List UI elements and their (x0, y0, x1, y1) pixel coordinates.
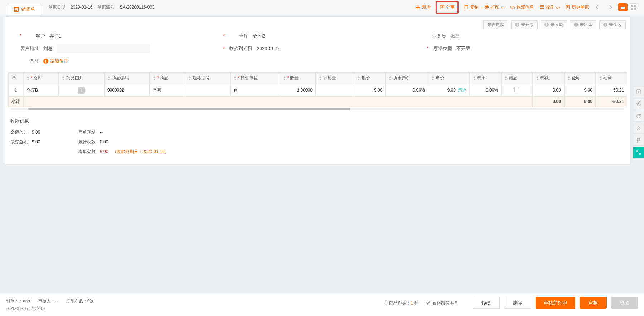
cell-image[interactable]: b (59, 84, 104, 96)
cell-tax-rate[interactable]: 0.00% (470, 84, 501, 96)
rail-flag-button[interactable] (633, 135, 644, 146)
collect-button[interactable]: 收款 (611, 297, 638, 309)
card-view-button[interactable] (629, 3, 638, 11)
cell-amount[interactable]: 9.00 (564, 84, 596, 96)
col-gift[interactable]: 赠品 (501, 72, 533, 84)
cell-unit[interactable]: 台 (231, 84, 280, 96)
list-view-button[interactable] (618, 3, 628, 11)
doc-type-label: 销货单 (21, 6, 35, 13)
cell-gross[interactable]: -59.21 (596, 84, 627, 96)
col-amount[interactable]: 金额 (564, 72, 596, 84)
doc-number-value: SA-20200116-003 (120, 4, 154, 10)
col-qty[interactable]: *数量 (280, 72, 316, 84)
chevron-down-icon (501, 5, 504, 9)
column-settings[interactable] (8, 72, 23, 84)
price-history-link[interactable]: 历史 (458, 88, 466, 93)
rail-expand-button[interactable] (633, 147, 644, 158)
logistics-button[interactable]: 物流信息 (509, 3, 534, 12)
cell-available[interactable] (316, 84, 354, 96)
payment-title: 收款信息 (10, 118, 625, 124)
next-doc-button[interactable] (606, 3, 614, 11)
cell-product[interactable]: 香蕉 (150, 84, 185, 96)
chevron-down-icon (556, 5, 560, 9)
table-h-scrollbar[interactable] (8, 107, 627, 111)
col-gross[interactable]: 毛利 (596, 72, 627, 84)
pay-cash: 同单现结-- (78, 129, 171, 135)
col-spec[interactable]: 规格型号 (185, 72, 231, 84)
svg-rect-9 (542, 5, 544, 7)
audit-button[interactable]: 审核 (580, 297, 607, 309)
field-salesman[interactable]: 业务员张三 (427, 33, 616, 39)
col-tax-rate[interactable]: 税率 (470, 72, 501, 84)
operate-button[interactable]: 操作 (539, 3, 560, 12)
doc-type-tab[interactable]: 销货单 (8, 4, 41, 15)
svg-rect-1 (465, 6, 468, 9)
col-available[interactable]: 可用量 (316, 72, 354, 84)
copyright-icon (384, 300, 388, 305)
field-customer-address[interactable]: 客户地址刘总 (20, 44, 209, 53)
cell-code[interactable]: 0000002 (104, 84, 150, 96)
share-button[interactable]: 分享 (436, 1, 459, 14)
status-not-collected[interactable]: 未收款 (541, 20, 567, 29)
col-unit[interactable]: *销售单位 (231, 72, 280, 84)
col-product[interactable]: *商品 (150, 72, 185, 84)
cell-tax-amount[interactable]: 0.00 (533, 84, 564, 96)
col-code[interactable]: 商品编码 (104, 72, 150, 84)
header-form: *客户客户1 *仓库仓库B 业务员张三 客户地址刘总 *收款到期日2020-01… (5, 31, 630, 64)
product-image-icon: b (78, 87, 85, 94)
svg-rect-8 (540, 5, 542, 7)
field-remark: 备注 添加备注 (20, 58, 209, 64)
status-not-invoiced[interactable]: 未开票 (511, 20, 538, 29)
col-quote[interactable]: 报价 (354, 72, 386, 84)
history-button[interactable]: 历史单据 (565, 3, 590, 12)
col-discount-rate[interactable]: 折率(%) (386, 72, 428, 84)
rail-refresh-button[interactable] (633, 111, 644, 122)
cell-warehouse[interactable]: 仓库B (23, 84, 59, 96)
info-icon (515, 23, 519, 27)
rail-note-button[interactable] (633, 87, 644, 97)
field-customer[interactable]: *客户客户1 (20, 33, 209, 39)
row-index: 1 (8, 84, 23, 96)
svg-rect-3 (486, 5, 488, 7)
cell-qty[interactable]: 1.00000 (280, 84, 316, 96)
cell-spec[interactable] (185, 84, 231, 96)
print-button[interactable]: 打印 (484, 3, 505, 12)
field-due-date[interactable]: *收款到期日2020-01-16 (223, 44, 412, 53)
col-price[interactable]: 单价 (428, 72, 470, 84)
table-row[interactable]: 1 仓库B b 0000002 香蕉 台 1.00000 9.00 0.00% … (8, 84, 627, 96)
col-tax-amount[interactable]: 税额 (533, 72, 564, 84)
status-from-pc[interactable]: 来自电脑 (483, 20, 508, 29)
payment-section: 收款信息 金额合计9.00 同单现结-- 成交金额9.00 累计收款0.00 本… (5, 111, 630, 165)
cell-quote[interactable]: 9.00 (354, 84, 386, 96)
doc-number-label: 单据编号 (97, 4, 115, 10)
rail-user-button[interactable] (633, 123, 644, 134)
col-warehouse[interactable]: *仓库 (23, 72, 59, 84)
col-image[interactable]: 商品图片 (59, 72, 104, 84)
footer-timestamp: 2020-01-16 14:32:07 (6, 306, 94, 312)
price-follow-checkbox[interactable]: 价格跟踪本单 (426, 300, 458, 306)
address-blank (57, 44, 150, 53)
cell-price[interactable]: 9.00历史 (428, 84, 470, 96)
gear-icon (11, 75, 16, 80)
add-button[interactable]: 新增 (415, 3, 431, 12)
subtotal-amount: 9.00 (564, 96, 596, 107)
modify-button[interactable]: 修改 (473, 297, 500, 309)
field-invoice-type[interactable]: *票据类型不开票 (427, 44, 616, 53)
copy-button[interactable]: 复制 (463, 3, 479, 12)
delete-button[interactable]: 删除 (504, 297, 531, 309)
pay-due: 本单欠款9.00（收款到期日：2020-01-16） (78, 149, 171, 155)
gift-checkbox[interactable] (514, 87, 519, 92)
cell-discount-rate[interactable]: 0.00% (386, 84, 428, 96)
status-not-effective[interactable]: 未生效 (599, 20, 626, 29)
subtotal-tax: 0.00 (533, 96, 564, 107)
view-toggle (618, 3, 638, 11)
field-warehouse[interactable]: *仓库仓库B (223, 33, 412, 39)
right-rail (633, 19, 644, 158)
svg-rect-5 (510, 6, 513, 8)
add-remark-link[interactable]: 添加备注 (43, 58, 68, 64)
prev-doc-button[interactable] (594, 3, 602, 11)
cell-gift[interactable] (501, 84, 533, 96)
audit-and-print-button[interactable]: 审核并打印 (536, 297, 575, 309)
status-not-out[interactable]: 未出库 (570, 20, 596, 29)
rail-attach-button[interactable] (633, 99, 644, 109)
